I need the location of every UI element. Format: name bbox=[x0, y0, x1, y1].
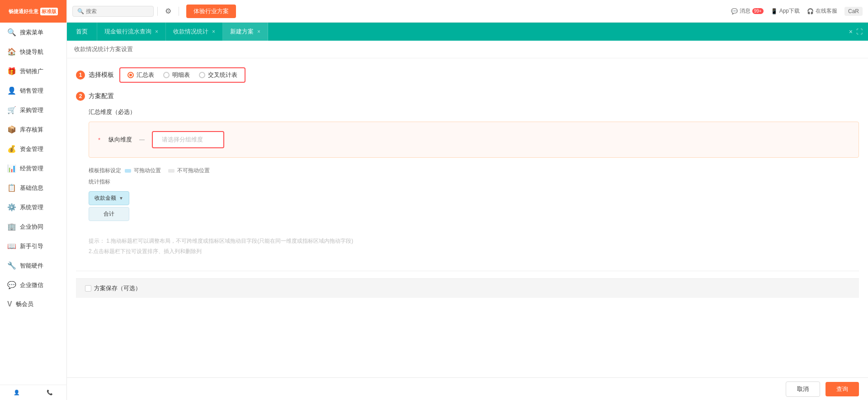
support-label: 在线客服 bbox=[816, 7, 837, 15]
draggable-dot bbox=[125, 169, 131, 173]
sidebar-item-basic[interactable]: 📋 基础信息 bbox=[0, 178, 66, 198]
tab-home[interactable]: 首页 bbox=[67, 23, 97, 41]
tab-new-plan-label: 新建方案 bbox=[230, 28, 254, 36]
radio-cross-circle bbox=[199, 72, 205, 78]
trial-button[interactable]: 体验行业方案 bbox=[186, 5, 236, 18]
sidebar-label-enterprise: 企业协同 bbox=[20, 223, 43, 231]
save-option[interactable]: 方案保存（可选） bbox=[85, 284, 141, 292]
sidebar-item-quick-nav[interactable]: 🏠 快捷导航 bbox=[0, 42, 66, 61]
section1-num: 1 bbox=[76, 71, 85, 80]
dimension-arrow: — bbox=[139, 136, 145, 143]
section1: 1 选择模板 汇总表 明细表 交叉统计 bbox=[76, 67, 859, 83]
radio-summary[interactable]: 汇总表 bbox=[127, 71, 154, 79]
tab-receipt-stats-close[interactable]: × bbox=[212, 28, 215, 35]
indicator-section: 模板指标设定 可拖动位置 不可拖动位置 bbox=[89, 167, 859, 221]
section2: 2 方案配置 汇总维度（必选） * 纵向维度 — 请选择分组维度 bbox=[76, 92, 859, 264]
radio-cross[interactable]: 交叉统计表 bbox=[199, 71, 237, 79]
sidebar-item-hardware[interactable]: 🔧 智能硬件 bbox=[0, 256, 66, 275]
save-option-label: 方案保存（可选） bbox=[94, 284, 141, 292]
section2-num: 2 bbox=[76, 92, 85, 101]
stats-table: 统计指标 收款金额 ▼ 合计 bbox=[89, 178, 859, 221]
cart-icon: 🛒 bbox=[7, 106, 16, 114]
sidebar-item-sales[interactable]: 👤 销售管理 bbox=[0, 81, 66, 100]
box-icon: 📦 bbox=[7, 125, 16, 134]
radio-detail-label: 明细表 bbox=[172, 71, 190, 79]
stats-cell-amount[interactable]: 收款金额 ▼ bbox=[89, 191, 129, 205]
indicator-header: 模板指标设定 可拖动位置 不可拖动位置 bbox=[89, 167, 859, 174]
sidebar-bottom-user[interactable]: 👤 bbox=[14, 390, 20, 395]
dimension-area: * 纵向维度 — 请选择分组维度 bbox=[89, 122, 859, 158]
list-icon: 📋 bbox=[7, 184, 16, 192]
sidebar-item-purchase[interactable]: 🛒 采购管理 bbox=[0, 100, 66, 120]
fixed-dot bbox=[168, 169, 175, 173]
save-checkbox[interactable] bbox=[85, 285, 91, 292]
topbar-right: 💬 消息 99+ 📱 App下载 🎧 在线客服 CaR bbox=[731, 7, 863, 16]
stats-subtotal: 合计 bbox=[89, 207, 129, 221]
download-label: App下载 bbox=[779, 7, 800, 15]
user-avatar-icon: 👤 bbox=[14, 390, 20, 395]
page-breadcrumb: 收款情况统计方案设置 bbox=[67, 41, 868, 58]
fullscreen-button[interactable]: ⛶ bbox=[856, 28, 863, 35]
main-area: 收款情况统计方案设置 1 选择模板 汇总表 明细表 bbox=[67, 41, 868, 377]
topbar-search-icon: 🔍 bbox=[77, 8, 84, 14]
bottom-bar: 取消 查询 bbox=[67, 377, 868, 400]
sidebar-item-inventory[interactable]: 📦 库存核算 bbox=[0, 120, 66, 139]
sidebar-label-basic: 基础信息 bbox=[20, 184, 43, 192]
sidebar-label-member: 畅会员 bbox=[16, 300, 33, 308]
sidebar-item-search[interactable]: 🔍 搜索菜单 bbox=[0, 23, 66, 42]
sidebar-item-member[interactable]: V 畅会员 bbox=[0, 295, 66, 314]
app-edition: 标准版 bbox=[40, 8, 58, 15]
app-logo: 畅捷通好生意 标准版 bbox=[0, 0, 66, 23]
topbar-divider2 bbox=[179, 7, 179, 16]
radio-summary-label: 汇总表 bbox=[137, 71, 154, 79]
search-input[interactable] bbox=[86, 8, 145, 14]
tab-bank-flow[interactable]: 现金银行流水查询 × bbox=[97, 23, 166, 41]
tab-bank-flow-label: 现金银行流水查询 bbox=[104, 28, 151, 36]
tab-new-plan-close[interactable]: × bbox=[257, 28, 260, 35]
stats-col-header: 统计指标 bbox=[89, 178, 110, 186]
radio-summary-circle bbox=[127, 72, 134, 78]
section1-title: 选择模板 bbox=[89, 71, 114, 79]
gift-icon: 🎁 bbox=[7, 67, 16, 75]
tab-receipt-stats[interactable]: 收款情况统计 × bbox=[166, 23, 223, 41]
sidebar-bottom: 👤 📞 bbox=[0, 385, 66, 400]
money-icon: 💰 bbox=[7, 145, 16, 153]
legend-draggable-label: 可拖动位置 bbox=[134, 167, 161, 174]
download-item[interactable]: 📱 App下载 bbox=[771, 7, 800, 15]
search-box[interactable]: 🔍 bbox=[72, 6, 154, 17]
sidebar-item-marketing[interactable]: 🎁 营销推广 bbox=[0, 61, 66, 81]
close-all-button[interactable]: × bbox=[849, 28, 853, 35]
notification-label: 消息 bbox=[740, 7, 750, 15]
tab-bank-flow-close[interactable]: × bbox=[155, 28, 158, 35]
footer-save: 方案保存（可选） bbox=[76, 278, 859, 298]
dimension-config-label: 汇总维度（必选） bbox=[89, 108, 859, 116]
sidebar-item-wechat[interactable]: 💬 企业微信 bbox=[0, 275, 66, 295]
radio-cross-label: 交叉统计表 bbox=[208, 71, 237, 79]
tab-new-plan[interactable]: 新建方案 × bbox=[223, 23, 268, 41]
notification-item[interactable]: 💬 消息 99+ bbox=[731, 7, 764, 15]
sidebar-label-system: 系统管理 bbox=[20, 203, 43, 212]
stats-cell-wrapper: 收款金额 ▼ bbox=[89, 191, 859, 205]
radio-detail[interactable]: 明细表 bbox=[163, 71, 190, 79]
sidebar-item-finance[interactable]: 💰 资金管理 bbox=[0, 139, 66, 159]
tabbar-right: × ⛶ bbox=[849, 23, 868, 41]
sidebar-bottom-support[interactable]: 📞 bbox=[47, 390, 53, 395]
chat-icon: 💬 bbox=[7, 281, 16, 289]
user-info[interactable]: CaR bbox=[844, 7, 863, 16]
query-button[interactable]: 查询 bbox=[826, 382, 859, 396]
sidebar-label-finance: 资金管理 bbox=[20, 145, 43, 153]
sidebar-label-hardware: 智能硬件 bbox=[20, 262, 43, 270]
sidebar-item-enterprise[interactable]: 🏢 企业协同 bbox=[0, 217, 66, 236]
legend-draggable: 可拖动位置 bbox=[125, 167, 161, 174]
sidebar-item-guide[interactable]: 📖 新手引导 bbox=[0, 236, 66, 256]
notification-icon: 💬 bbox=[731, 8, 738, 14]
section2-title: 方案配置 bbox=[89, 92, 114, 100]
cancel-button[interactable]: 取消 bbox=[786, 381, 820, 397]
sidebar-item-operation[interactable]: 📊 经营管理 bbox=[0, 159, 66, 178]
sidebar-item-system[interactable]: ⚙️ 系统管理 bbox=[0, 198, 66, 217]
hardware-icon: 🔧 bbox=[7, 261, 16, 270]
dimension-select[interactable]: 请选择分组维度 bbox=[152, 131, 224, 148]
tab-home-label: 首页 bbox=[76, 28, 88, 36]
gear-button[interactable]: ⚙ bbox=[161, 5, 175, 17]
support-item[interactable]: 🎧 在线客服 bbox=[807, 7, 837, 15]
